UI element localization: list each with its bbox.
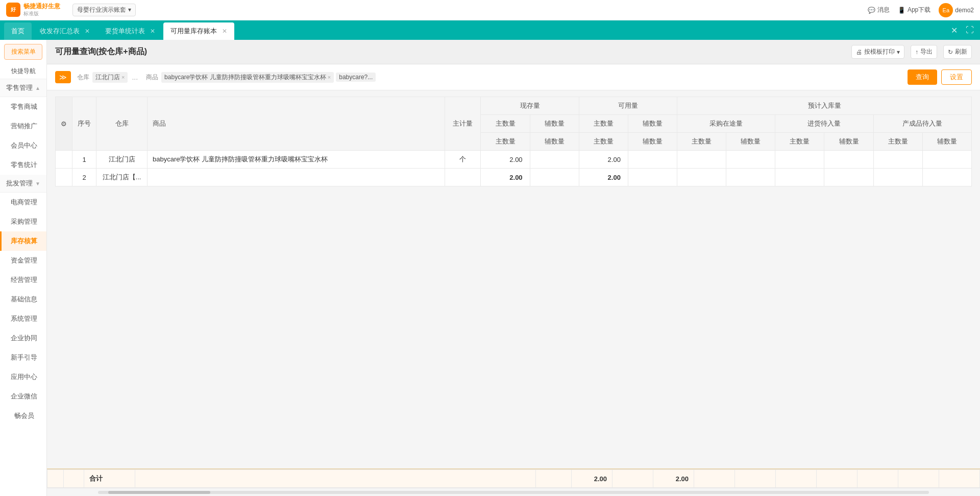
- page-title: 可用量查询(按仓库+商品): [55, 46, 147, 57]
- sidebar-item-finance[interactable]: 资金管理: [0, 251, 46, 270]
- footer-incoming-aux-total: [857, 470, 898, 488]
- tab-maximize-icon[interactable]: ⛶: [964, 23, 976, 37]
- row1-purchased-aux: [726, 151, 775, 169]
- settings-icon[interactable]: ⚙: [61, 120, 67, 128]
- warehouse-filter-more-icon[interactable]: ...: [130, 73, 140, 81]
- sidebar-item-system[interactable]: 系统管理: [0, 309, 46, 328]
- sidebar-item-member[interactable]: 会员中心: [0, 136, 46, 155]
- row1-warehouse: 江北门店: [96, 151, 148, 169]
- table-col-warehouse: 仓库: [96, 97, 148, 151]
- data-table: ⚙ 序号 仓库 商品 主计量 现存量 可用量 预计入库量 主数量 辅数量 主数量: [55, 97, 972, 186]
- nav-tabs-end: ✕ ⛶: [949, 20, 976, 40]
- top-bar-right: 💬 消息 📱 App下载 Ea demo2: [868, 3, 974, 17]
- footer-incoming-main-total: [817, 470, 857, 488]
- message-button[interactable]: 💬 消息: [868, 6, 890, 14]
- sidebar-item-enterprise[interactable]: 企业协同: [0, 328, 46, 348]
- page-actions: 🖨 按模板打印 ▾ ↑ 导出 ↻ 刷新: [851, 45, 972, 59]
- message-icon: 💬: [868, 7, 875, 14]
- row2-finished-aux: [922, 169, 971, 186]
- table-col-available-header: 可用量: [579, 97, 677, 115]
- sidebar-item-new-guide[interactable]: 新手引导: [0, 348, 46, 367]
- tab-available-stock[interactable]: 可用量库存账本 ✕: [163, 22, 234, 40]
- filter-toggle-button[interactable]: ≫: [55, 71, 71, 83]
- row2-purchased-aux: [726, 169, 775, 186]
- row1-finished-aux: [922, 151, 971, 169]
- row1-incoming-main: [775, 151, 824, 169]
- row2-stock-aux: [530, 169, 579, 186]
- table-col-unit: 主计量: [445, 97, 481, 151]
- sidebar-wholesale-label: 批发管理: [6, 179, 33, 188]
- row1-col-settings: [56, 151, 72, 169]
- settings-button[interactable]: 设置: [941, 69, 972, 85]
- print-template-button[interactable]: 🖨 按模板打印 ▾: [851, 45, 904, 59]
- row2-finished-main: [873, 169, 922, 186]
- sidebar-operations-label: 经营管理: [11, 275, 37, 285]
- tab-receive-summary-close-icon[interactable]: ✕: [85, 28, 90, 34]
- sidebar-retail-mall-label: 零售商城: [11, 102, 37, 111]
- scrollbar-thumb[interactable]: [108, 491, 210, 494]
- sidebar-purchase-label: 采购管理: [11, 217, 37, 226]
- user-area[interactable]: Ea demo2: [939, 3, 974, 17]
- table-col-avail-aux: 辅数量: [628, 115, 677, 133]
- sidebar-item-operations[interactable]: 经营管理: [0, 270, 46, 290]
- table-footer: 合计 2.00 2.00: [47, 468, 980, 488]
- sidebar-item-retail-mall[interactable]: 零售商城: [0, 97, 46, 116]
- sidebar-item-marketing[interactable]: 营销推广: [0, 116, 46, 136]
- table-col-stock-main: 主数量: [481, 115, 530, 133]
- warehouse-tag-jiangbei-close-icon[interactable]: ×: [121, 74, 125, 80]
- sidebar-item-retail-stats[interactable]: 零售统计: [0, 155, 46, 175]
- app-edition: 标准版: [23, 10, 60, 17]
- table-subh-purchased-aux: 辅数量: [726, 133, 775, 151]
- sidebar-new-guide-label: 新手引导: [11, 353, 37, 362]
- sidebar-wholesale-arrow-icon: ▼: [35, 181, 40, 186]
- product-tag-babycare-close-icon[interactable]: ×: [328, 74, 331, 80]
- product-tag-babycare2-label: babycare?...: [339, 74, 373, 81]
- sidebar-item-purchase[interactable]: 采购管理: [0, 212, 46, 231]
- tenant-selector[interactable]: 母婴行业演示账套 ▾: [72, 4, 136, 16]
- tab-receive-summary[interactable]: 收发存汇总表 ✕: [33, 22, 97, 40]
- query-button[interactable]: 查询: [908, 69, 937, 85]
- sidebar-item-member2[interactable]: 畅会员: [0, 406, 46, 426]
- refresh-label: 刷新: [955, 48, 967, 56]
- refresh-button[interactable]: ↻ 刷新: [943, 45, 972, 59]
- sidebar-item-app-center[interactable]: 应用中心: [0, 367, 46, 387]
- footer-finished-main-total: [898, 470, 939, 488]
- row1-stock-main: 2.00: [481, 151, 530, 169]
- sidebar-item-inventory[interactable]: 库存核算: [0, 231, 46, 251]
- top-bar: 好 畅捷通好生意 标准版 母婴行业演示账套 ▾ 💬 消息 📱 App下载 Ea …: [0, 0, 980, 20]
- table-col-settings: ⚙: [56, 97, 72, 151]
- sidebar-item-wholesale[interactable]: 批发管理 ▼: [0, 175, 46, 193]
- tab-close-all-icon[interactable]: ✕: [949, 23, 960, 37]
- footer-total-label: 合计: [84, 470, 135, 488]
- print-chevron-icon: ▾: [897, 49, 900, 56]
- horizontal-scrollbar[interactable]: [47, 488, 980, 496]
- user-name: demo2: [955, 7, 974, 14]
- row1-incoming-aux: [824, 151, 873, 169]
- table-subh-stock-aux: 辅数量: [530, 133, 579, 151]
- tab-home[interactable]: 首页: [4, 22, 32, 40]
- footer-total-unit: [536, 470, 572, 488]
- sidebar-quick-nav[interactable]: 快捷导航: [0, 64, 46, 79]
- row1-purchased-main: [677, 151, 726, 169]
- export-button[interactable]: ↑ 导出: [911, 45, 937, 59]
- tab-order-stats[interactable]: 要货单统计表 ✕: [98, 22, 162, 40]
- sidebar-item-ecommerce[interactable]: 电商管理: [0, 193, 46, 212]
- export-label: 导出: [920, 48, 933, 56]
- tenant-chevron-icon: ▾: [128, 6, 131, 13]
- row2-stock-main: 2.00: [481, 169, 530, 186]
- row1-finished-main: [873, 151, 922, 169]
- tab-available-stock-close-icon[interactable]: ✕: [222, 28, 227, 34]
- table-subh-stock-main: 主数量: [481, 133, 530, 151]
- app-download-button[interactable]: 📱 App下载: [898, 6, 930, 14]
- tab-order-stats-close-icon[interactable]: ✕: [150, 28, 155, 34]
- tab-receive-summary-label: 收发存汇总表: [40, 27, 80, 36]
- sidebar-item-corp-wechat[interactable]: 企业微信: [0, 387, 46, 406]
- sidebar-item-basic-info[interactable]: 基础信息: [0, 290, 46, 309]
- row1-product: babycare学饮杯 儿童防摔防撞吸管杯重力球吸嘴杯宝宝水杯: [148, 151, 445, 169]
- sidebar-item-zero-retail[interactable]: 零售管理 ▲: [0, 79, 46, 97]
- warehouse-filter-label: 仓库: [77, 73, 89, 82]
- warehouse-tag-jiangbei: 江北门店 ×: [92, 72, 128, 83]
- table-subh-purchased-main: 主数量: [677, 133, 726, 151]
- footer-stock-main-total: 2.00: [572, 470, 612, 488]
- sidebar-search-button[interactable]: 搜索菜单: [4, 44, 42, 60]
